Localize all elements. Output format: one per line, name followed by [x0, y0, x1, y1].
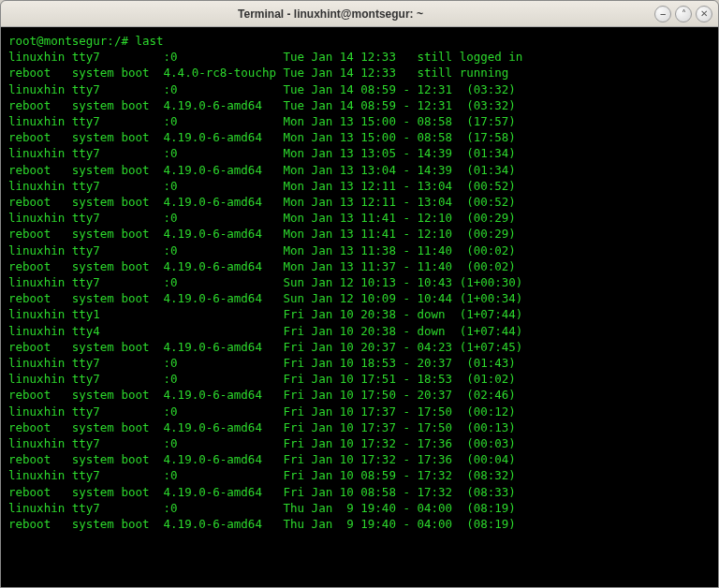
output-line: reboot system boot 4.19.0-6-amd64 Mon Ja…	[8, 194, 711, 210]
output-line: linuxhin tty7 :0 Tue Jan 14 08:59 - 12:3…	[8, 81, 711, 97]
output-line: linuxhin tty1 Fri Jan 10 20:38 - down (1…	[8, 306, 711, 322]
output-line: linuxhin tty7 :0 Mon Jan 13 12:11 - 13:0…	[8, 178, 711, 194]
terminal-viewport[interactable]: root@montsegur:/# last linuxhin tty7 :0 …	[1, 27, 718, 587]
output-line: reboot system boot 4.19.0-6-amd64 Mon Ja…	[8, 226, 711, 242]
output-line: reboot system boot 4.4.0-rc8-touchp Tue …	[8, 65, 711, 81]
output-line: linuxhin tty7 :0 Thu Jan 9 19:40 - 04:00…	[8, 500, 711, 516]
output-line: reboot system boot 4.19.0-6-amd64 Sun Ja…	[8, 290, 711, 306]
output-line: reboot system boot 4.19.0-6-amd64 Fri Ja…	[8, 387, 711, 403]
window-controls: ‒ ˄ ✕	[654, 6, 712, 22]
output-line: reboot system boot 4.19.0-6-amd64 Fri Ja…	[8, 451, 711, 467]
titlebar[interactable]: Terminal - linuxhint@montsegur: ~ ‒ ˄ ✕	[1, 1, 718, 27]
output-line: linuxhin tty7 :0 Fri Jan 10 17:32 - 17:3…	[8, 435, 711, 451]
output-line: reboot system boot 4.19.0-6-amd64 Fri Ja…	[8, 419, 711, 435]
output-line: reboot system boot 4.19.0-6-amd64 Mon Ja…	[8, 258, 711, 274]
output-line: reboot system boot 4.19.0-6-amd64 Thu Ja…	[8, 516, 711, 532]
output-line: linuxhin tty7 :0 Fri Jan 10 08:59 - 17:3…	[8, 467, 711, 483]
minimize-button[interactable]: ‒	[654, 6, 671, 22]
prompt-line: root@montsegur:/# last	[8, 33, 711, 49]
terminal-window: Terminal - linuxhint@montsegur: ~ ‒ ˄ ✕ …	[0, 0, 719, 588]
output-line: linuxhin tty7 :0 Fri Jan 10 17:51 - 18:5…	[8, 371, 711, 387]
maximize-button[interactable]: ˄	[675, 6, 692, 22]
output-rows: linuxhin tty7 :0 Tue Jan 14 12:33 still …	[8, 49, 711, 532]
output-line: linuxhin tty7 :0 Mon Jan 13 11:38 - 11:4…	[8, 243, 711, 258]
output-line: linuxhin tty7 :0 Mon Jan 13 15:00 - 08:5…	[8, 113, 711, 129]
output-line: reboot system boot 4.19.0-6-amd64 Fri Ja…	[8, 484, 711, 500]
output-line: linuxhin tty7 :0 Fri Jan 10 17:37 - 17:5…	[8, 404, 711, 419]
output-line: linuxhin tty4 Fri Jan 10 20:38 - down (1…	[8, 323, 711, 339]
output-line: linuxhin tty7 :0 Mon Jan 13 13:05 - 14:3…	[8, 145, 711, 161]
output-line: reboot system boot 4.19.0-6-amd64 Mon Ja…	[8, 162, 711, 178]
output-line: linuxhin tty7 :0 Mon Jan 13 11:41 - 12:1…	[8, 210, 711, 226]
window-title: Terminal - linuxhint@montsegur: ~	[7, 7, 654, 21]
close-button[interactable]: ✕	[696, 6, 712, 22]
output-line: reboot system boot 4.19.0-6-amd64 Mon Ja…	[8, 129, 711, 145]
output-line: linuxhin tty7 :0 Fri Jan 10 18:53 - 20:3…	[8, 355, 711, 371]
output-line: linuxhin tty7 :0 Sun Jan 12 10:13 - 10:4…	[8, 274, 711, 290]
output-line: reboot system boot 4.19.0-6-amd64 Tue Ja…	[8, 97, 711, 113]
output-line: linuxhin tty7 :0 Tue Jan 14 12:33 still …	[8, 49, 711, 65]
output-line: reboot system boot 4.19.0-6-amd64 Fri Ja…	[8, 339, 711, 355]
